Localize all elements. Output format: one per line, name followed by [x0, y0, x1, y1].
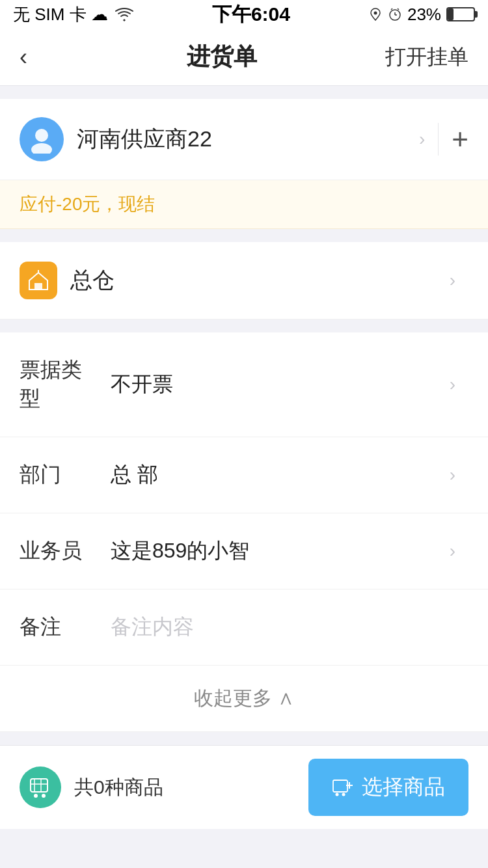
product-count-icon: [20, 766, 61, 808]
supplier-card: 河南供应商22 › + 应付-20元，现结: [0, 99, 488, 229]
warehouse-row[interactable]: 总仓 ›: [0, 242, 488, 319]
svg-line-5: [398, 8, 399, 10]
person-icon: [27, 125, 56, 154]
svg-rect-8: [34, 283, 42, 290]
svg-point-10: [34, 794, 38, 798]
section-gap-2: [0, 229, 488, 242]
supplier-name: 河南供应商22: [77, 124, 419, 154]
svg-point-16: [342, 793, 346, 796]
ticket-type-row[interactable]: 票据类型 不开票 ›: [0, 332, 488, 437]
collapse-label: 收起更多 ∧: [194, 685, 293, 712]
notes-placeholder: 备注内容: [111, 613, 468, 642]
notes-row[interactable]: 备注 备注内容: [0, 590, 488, 666]
ticket-type-value: 不开票: [111, 370, 450, 399]
battery-icon: [446, 7, 475, 21]
salesperson-row[interactable]: 业务员 这是859的小智 ›: [0, 513, 488, 590]
select-product-label: 选择商品: [362, 773, 445, 802]
section-gap-3: [0, 319, 488, 332]
form-card: 票据类型 不开票 › 部门 总 部 › 业务员 这是859的小智 › 备注 备注…: [0, 332, 488, 732]
nav-bar: ‹ 进货单 打开挂单: [0, 29, 488, 86]
ticket-type-chevron: ›: [450, 374, 455, 395]
wifi-icon: [115, 7, 134, 21]
salesperson-chevron: ›: [450, 541, 455, 562]
status-time: 下午6:04: [212, 1, 290, 28]
add-button[interactable]: +: [452, 125, 468, 154]
notes-label: 备注: [20, 613, 98, 642]
section-gap-1: [0, 86, 488, 99]
department-chevron: ›: [450, 465, 455, 485]
select-product-button[interactable]: 选择商品: [308, 759, 468, 816]
ticket-type-label: 票据类型: [20, 356, 98, 413]
supplier-row[interactable]: 河南供应商22 › +: [0, 99, 488, 180]
status-right: 23%: [368, 5, 475, 25]
warehouse-chevron: ›: [450, 270, 455, 291]
department-row[interactable]: 部门 总 部 ›: [0, 437, 488, 513]
bottom-toolbar: 共0种商品 选择商品: [0, 745, 488, 829]
supplier-avatar: [20, 117, 64, 161]
house-icon: [27, 269, 50, 292]
department-label: 部门: [20, 461, 98, 489]
status-bar: 无 SIM 卡 ☁ 下午6:04 23%: [0, 0, 488, 29]
svg-point-7: [31, 143, 52, 154]
warehouse-card: 总仓 ›: [0, 242, 488, 319]
department-value: 总 部: [111, 461, 450, 489]
warehouse-label: 总仓: [70, 265, 450, 295]
salesperson-value: 这是859的小智: [111, 537, 450, 565]
add-cart-icon: [332, 776, 354, 798]
divider-v: [438, 123, 439, 156]
svg-line-4: [391, 8, 392, 10]
product-count-text: 共0种商品: [74, 774, 295, 801]
svg-point-15: [336, 793, 339, 796]
alarm-icon: [388, 7, 402, 21]
cart-icon: [28, 775, 53, 800]
battery-percent: 23%: [407, 5, 441, 25]
salesperson-label: 业务员: [20, 537, 98, 565]
supplier-chevron: ›: [419, 129, 425, 150]
status-left: 无 SIM 卡 ☁: [13, 3, 134, 26]
svg-rect-12: [333, 780, 347, 792]
svg-point-0: [373, 12, 377, 15]
notice-bar: 应付-20元，现结: [0, 180, 488, 229]
location-icon: [368, 7, 383, 21]
collapse-button[interactable]: 收起更多 ∧: [0, 666, 488, 732]
page-title: 进货单: [187, 41, 257, 73]
svg-rect-9: [31, 779, 47, 792]
open-pending-button[interactable]: 打开挂单: [385, 43, 468, 72]
sim-status: 无 SIM 卡 ☁: [13, 3, 108, 26]
svg-point-11: [42, 794, 46, 798]
back-button[interactable]: ‹: [20, 44, 59, 71]
warehouse-icon-bg: [20, 262, 57, 299]
svg-point-6: [35, 129, 48, 142]
